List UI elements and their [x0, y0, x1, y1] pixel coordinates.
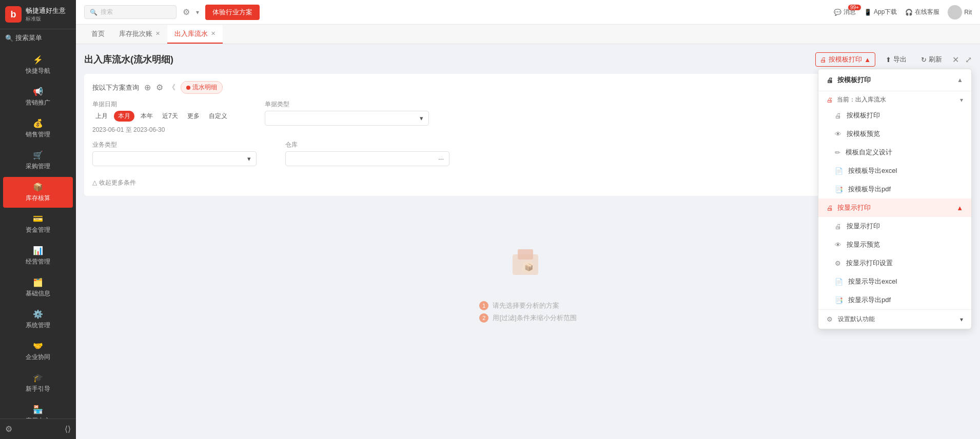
- footer-settings-label: 设置默认功能: [838, 315, 875, 324]
- display-preview-label: 按显示预览: [847, 240, 880, 249]
- sidebar-item-operation[interactable]: 📊 经营管理: [3, 241, 73, 271]
- export-button[interactable]: ⬆ 导出: [881, 53, 911, 66]
- page-actions: 🖨 按模板打印 ▲ ⬆ 导出 ↻ 刷新 ✕ ⤢: [815, 52, 972, 67]
- dropdown-current-icon: 🖨: [827, 96, 833, 104]
- brand-name: 畅捷通好生意: [26, 7, 66, 15]
- template-export-excel-label: 按模板导出excel: [848, 166, 897, 175]
- sidebar-item-basic[interactable]: 🗂️ 基础信息: [3, 272, 73, 303]
- sidebar-item-quick-nav[interactable]: ⚡ 快捷导航: [3, 50, 73, 81]
- date-option-current-month[interactable]: 本月: [114, 111, 134, 122]
- logo-text: 畅捷通好生意 标准版: [26, 7, 66, 22]
- dropdown-header-label: 按模板打印: [837, 75, 871, 85]
- topbar-gear-icon[interactable]: ⚙: [183, 7, 190, 17]
- sidebar-item-label: 企业协同: [26, 353, 50, 362]
- date-option-last-7[interactable]: 近7天: [159, 111, 181, 122]
- filter-doc-type-label: 单据类型: [265, 100, 429, 109]
- sidebar-item-label: 销售管理: [26, 130, 50, 139]
- dropdown-display-print-settings[interactable]: ⚙ 按显示打印设置: [818, 254, 971, 272]
- print-icon: 🖨: [820, 56, 827, 64]
- sidebar-logo: b 畅捷通好生意 标准版: [0, 0, 76, 29]
- sidebar-item-finance[interactable]: 💳 资金管理: [3, 209, 73, 240]
- refresh-button[interactable]: ↻ 刷新: [917, 53, 946, 66]
- tab-flow[interactable]: 出入库流水 ✕: [167, 25, 223, 44]
- dropdown-display-preview[interactable]: 👁 按显示预览: [818, 235, 971, 254]
- display-section-chevron: ▲: [956, 204, 963, 212]
- print-button[interactable]: 🖨 按模板打印 ▲: [815, 52, 875, 67]
- dropdown-template-export-excel[interactable]: 📄 按模板导出excel: [818, 162, 971, 180]
- dropdown-display-section[interactable]: 🖨 按显示打印 ▲: [818, 198, 971, 217]
- dropdown-display-export-excel[interactable]: 📄 按显示导出excel: [818, 272, 971, 291]
- filter-add-icon[interactable]: ⊕: [144, 83, 151, 92]
- date-option-last-month[interactable]: 上月: [92, 111, 111, 122]
- sidebar-item-corp[interactable]: 🤝 企业协同: [3, 336, 73, 367]
- sidebar-item-label: 系统管理: [26, 321, 50, 330]
- template-export-excel-icon: 📄: [835, 167, 843, 175]
- tab-batch[interactable]: 库存批次账 ✕: [112, 25, 167, 44]
- filter-warehouse-more-icon: ···: [438, 155, 444, 163]
- dropdown-header: 🖨 按模板打印 ▲: [818, 69, 971, 91]
- sidebar-item-inventory[interactable]: 📦 库存核算: [3, 177, 73, 208]
- display-settings-icon: ⚙: [835, 260, 841, 267]
- collapse-label: 收起更多条件: [99, 178, 136, 187]
- sidebar-item-label: 新手引导: [26, 385, 50, 393]
- dropdown-template-print[interactable]: 🖨 按模板打印: [818, 106, 971, 125]
- tab-flow-close-icon[interactable]: ✕: [211, 30, 215, 37]
- topbar-chevron-icon[interactable]: ▾: [196, 9, 199, 16]
- footer-settings-icon: ⚙: [827, 315, 833, 323]
- message-button[interactable]: 💬 消息 99+: [834, 8, 856, 16]
- dropdown-footer[interactable]: ⚙ 设置默认功能 ▾: [818, 309, 971, 329]
- online-service-label: 在线客服: [915, 8, 939, 16]
- sidebar-collapse-icon[interactable]: ⟨⟩: [65, 424, 71, 434]
- sidebar-item-guide[interactable]: 🎓 新手引导: [3, 368, 73, 398]
- filter-collapse-icon[interactable]: 《: [168, 83, 175, 92]
- page-content: 出入库流水(流水明细) 🖨 按模板打印 ▲ ⬆ 导出 ↻ 刷新 ✕ ⤢: [76, 44, 980, 439]
- svg-text:📦: 📦: [524, 263, 534, 272]
- sidebar-item-appstore[interactable]: 🏪 应用中心: [3, 400, 73, 418]
- dropdown-current-label: 🖨 当前：出入库流水 ▾: [818, 91, 971, 106]
- filter-business-type-item: 业务类型 ▾: [92, 141, 257, 166]
- topbar-search[interactable]: 🔍 搜索: [84, 5, 177, 19]
- filter-warehouse-select[interactable]: ···: [285, 151, 449, 166]
- export-label: 导出: [893, 55, 907, 64]
- filter-business-type-select[interactable]: ▾: [92, 151, 257, 166]
- tab-batch-close-icon[interactable]: ✕: [155, 30, 160, 37]
- date-option-more[interactable]: 更多: [184, 111, 203, 122]
- page-header: 出入库流水(流水明细) 🖨 按模板打印 ▲ ⬆ 导出 ↻ 刷新 ✕ ⤢: [84, 52, 972, 67]
- search-icon: 🔍: [5, 34, 13, 42]
- filter-doc-type-select[interactable]: ▾: [265, 111, 429, 126]
- empty-icon: 📦: [507, 244, 548, 293]
- sidebar-item-marketing[interactable]: 📢 营销推广: [3, 82, 73, 112]
- date-option-current-year[interactable]: 本年: [138, 111, 156, 122]
- sidebar-item-sales[interactable]: 💰 销售管理: [3, 113, 73, 144]
- tab-home[interactable]: 首页: [84, 25, 112, 44]
- dropdown-display-print[interactable]: 🖨 按显示打印: [818, 217, 971, 235]
- dropdown-display-export-pdf[interactable]: 📑 按显示导出pdf: [818, 291, 971, 309]
- dropdown-panel: 🖨 按模板打印 ▲ 🖨 当前：出入库流水 ▾ 🖨 按模板打印 👁 按模板预览 ✏: [818, 69, 972, 329]
- app-download-icon: 📱: [864, 9, 872, 16]
- date-option-custom[interactable]: 自定义: [206, 111, 230, 122]
- filter-doc-type-chevron: ▾: [420, 114, 423, 122]
- sidebar-item-purchase[interactable]: 🛒 采购管理: [3, 145, 73, 176]
- collapse-button[interactable]: △ 收起更多条件: [92, 178, 136, 187]
- dropdown-template-export-pdf[interactable]: 📑 按模板导出pdf: [818, 180, 971, 198]
- close-window-icon[interactable]: ✕: [952, 55, 959, 65]
- dropdown-chevron-up-icon[interactable]: ▲: [957, 76, 963, 84]
- dropdown-template-preview[interactable]: 👁 按模板预览: [818, 125, 971, 143]
- sidebar-item-system[interactable]: ⚙️ 系统管理: [3, 304, 73, 335]
- user-avatar-area[interactable]: Rit: [948, 5, 972, 19]
- online-service-button[interactable]: 🎧 在线客服: [905, 8, 939, 16]
- filter-settings-icon[interactable]: ⚙: [156, 83, 163, 92]
- template-preview-label: 按模板预览: [847, 129, 880, 138]
- dropdown-template-custom[interactable]: ✏ 模板自定义设计: [818, 143, 971, 162]
- step-1-number: 1: [479, 301, 488, 310]
- message-badge: 99+: [848, 5, 861, 10]
- sidebar: b 畅捷通好生意 标准版 🔍 搜索菜单 ⚡ 快捷导航 📢 营销推广 💰 销售管理…: [0, 0, 76, 439]
- app-download-button[interactable]: 📱 App下载: [864, 8, 897, 16]
- sidebar-search[interactable]: 🔍 搜索菜单: [0, 29, 76, 47]
- finance-icon: 💳: [33, 214, 43, 224]
- sidebar-search-label: 搜索菜单: [15, 33, 42, 43]
- expand-icon[interactable]: ⤢: [965, 55, 972, 65]
- industry-button[interactable]: 体验行业方案: [205, 5, 260, 20]
- sidebar-settings-icon[interactable]: ⚙: [5, 424, 12, 434]
- tab-flow-label: 出入库流水: [174, 29, 208, 38]
